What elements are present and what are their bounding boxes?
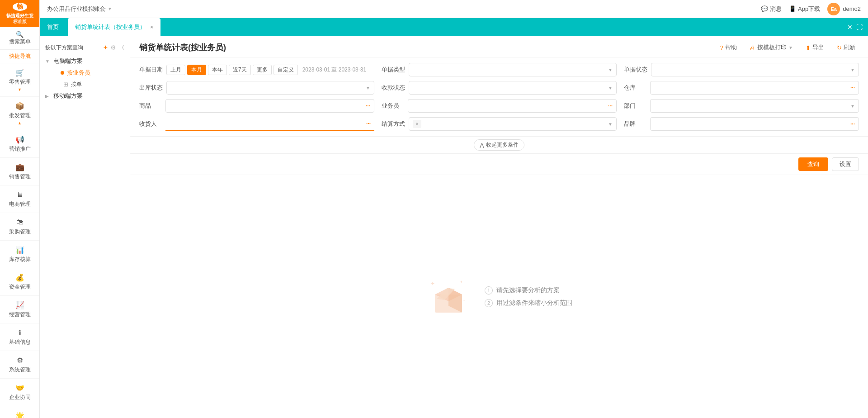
settings-scheme-btn[interactable]: ⚙	[110, 44, 116, 51]
page-header-actions: ? 帮助 🖨 按模板打印 ▼ ⬆ 导出 ↻ 刷新	[717, 42, 859, 53]
empty-state: ✦ ✦ ✦ 1 请先选择要分析的方案 2 用过滤条件来缩小分析范围	[130, 175, 868, 418]
tab-sales-stats[interactable]: 销货单统计表（按业务员） ×	[68, 18, 160, 36]
wholesale-icon: 📦	[15, 101, 24, 110]
sidebar-item-search[interactable]: 🔍 搜索菜单	[0, 27, 39, 50]
sidebar-item-finance[interactable]: 💰 资金管理	[0, 268, 39, 296]
date-label: 单据日期	[139, 66, 163, 74]
out-status-arrow-icon: ▼	[366, 86, 370, 90]
tab-expand-icon[interactable]: ⛶	[856, 24, 863, 31]
user-name: demo2	[843, 5, 861, 12]
active-dot-icon	[61, 71, 64, 75]
settings-btn[interactable]: 设置	[832, 157, 859, 171]
finance-icon: 💰	[15, 273, 24, 282]
tab-home[interactable]: 首页	[40, 18, 66, 36]
doc-type-select[interactable]: ▼	[409, 63, 617, 76]
tree-node-by-salesperson[interactable]: 按业务员	[40, 67, 130, 79]
sidebar-item-quick-nav[interactable]: 快捷导航	[0, 50, 39, 63]
product-label: 商品	[139, 102, 162, 110]
date-btn-more[interactable]: 更多	[253, 65, 272, 75]
date-btns: 上月 本月 本年 近7天 更多 自定义 2023-03-01 至 2023-03…	[166, 65, 366, 75]
collapse-more-btn[interactable]: ⋀ 收起更多条件	[474, 139, 524, 151]
salesperson-select[interactable]: ···	[408, 99, 617, 113]
tree-node-mobile[interactable]: ▶ 移动端方案	[40, 90, 130, 102]
consignee-dots: ···	[366, 120, 371, 127]
tree-node-pc[interactable]: ▼ 电脑端方案	[40, 55, 130, 67]
sidebar: 畅 畅捷通好生意 标准版 🔍 搜索菜单 快捷导航 🛒 零售管理 ▼ 📦 批发管理…	[0, 0, 40, 418]
tab-close-all-icon[interactable]: ✕	[847, 24, 853, 31]
sub-item-icon: ⊞	[63, 81, 68, 88]
tree-toggle-mobile-icon: ▶	[45, 94, 51, 99]
brand-dots: ···	[850, 121, 855, 127]
app-download-btn[interactable]: 📱 App下载	[789, 5, 820, 13]
empty-hint-1: 1 请先选择要分析的方案	[485, 286, 572, 294]
department-select[interactable]: ▼	[650, 99, 859, 113]
consignee-input[interactable]: ···	[165, 117, 374, 131]
sidebar-item-inventory[interactable]: 📊 库存核算	[0, 241, 39, 268]
collapse-text: 收起更多条件	[486, 141, 519, 149]
doc-status-label: 单据状态	[624, 66, 647, 74]
app-edition: 标准版	[13, 19, 27, 25]
salesperson-dots: ···	[608, 103, 613, 109]
brand-label: 品牌	[624, 120, 646, 128]
settlement-tag-close-icon[interactable]: ×	[415, 121, 419, 127]
date-btn-this-year[interactable]: 本年	[208, 65, 227, 75]
page-content: 按以下方案查询 + ⚙ 《 ▼ 电脑端方案 按业务员 ⊞ 按单	[40, 36, 868, 418]
query-btn[interactable]: 查询	[798, 157, 828, 171]
date-btn-this-month[interactable]: 本月	[187, 65, 206, 75]
settlement-select[interactable]: × ▼	[409, 117, 617, 131]
warehouse-label: 仓库	[624, 84, 646, 92]
date-btn-custom[interactable]: 自定义	[274, 65, 298, 75]
export-btn[interactable]: ⬆ 导出	[802, 42, 828, 53]
sidebar-item-marketing[interactable]: 📢 营销推广	[0, 130, 39, 158]
filter-bar: 单据日期 上月 本月 本年 近7天 更多 自定义 2023-03-01 至 20…	[130, 57, 868, 137]
message-btn[interactable]: 💬 消息	[761, 5, 782, 13]
date-btn-7days[interactable]: 近7天	[229, 65, 251, 75]
tab-close-icon[interactable]: ×	[150, 24, 153, 30]
doc-status-select[interactable]: ▼	[651, 63, 859, 76]
sidebar-item-sales[interactable]: 💼 销售管理	[0, 158, 39, 185]
step-1-icon: 1	[485, 286, 493, 294]
collapse-panel-btn[interactable]: 《	[119, 44, 124, 52]
download-icon: 📱	[789, 5, 796, 12]
ecommerce-icon: 🖥	[15, 190, 24, 199]
sidebar-item-system[interactable]: ⚙ 系统管理	[0, 351, 39, 379]
out-status-label: 出库状态	[139, 84, 163, 92]
inventory-icon: 📊	[15, 245, 24, 254]
product-select[interactable]: ···	[165, 99, 374, 113]
tab-bar: 首页 销货单统计表（按业务员） × ✕ ⛶	[40, 18, 868, 36]
sidebar-item-operations[interactable]: 📈 经营管理	[0, 296, 39, 323]
app-name: 畅捷通好生意	[6, 13, 33, 19]
retail-icon: 🛒	[15, 68, 24, 77]
out-status-select[interactable]: ▼	[166, 81, 374, 95]
sidebar-item-basic[interactable]: ℹ 基础信息	[0, 323, 39, 351]
tree-node-label: 电脑端方案	[53, 57, 83, 65]
collection-status-select[interactable]: ▼	[409, 81, 617, 95]
sidebar-item-retail[interactable]: 🛒 零售管理 ▼	[0, 63, 39, 97]
sub-item-by-order[interactable]: ⊞ 按单	[40, 79, 130, 90]
empty-illustration: ✦ ✦ ✦	[426, 274, 471, 319]
panel-title: 按以下方案查询	[45, 44, 83, 52]
app-download-label: App下载	[798, 5, 820, 13]
tab-bar-actions: ✕ ⛶	[847, 24, 868, 31]
user-menu[interactable]: Ea demo2	[827, 3, 861, 15]
right-panel: 销货单统计表(按业务员) ? 帮助 🖨 按模板打印 ▼ ⬆ 导出	[130, 36, 868, 418]
refresh-btn[interactable]: ↻ 刷新	[833, 42, 859, 53]
by-order-label: 按单	[71, 81, 82, 88]
doc-status-arrow-icon: ▼	[850, 67, 855, 72]
brand-select[interactable]: ···	[650, 117, 859, 131]
svg-text:✦: ✦	[460, 280, 463, 284]
date-btn-last-month[interactable]: 上月	[166, 65, 185, 75]
template-print-btn[interactable]: 🖨 按模板打印 ▼	[746, 42, 797, 53]
industry-selector[interactable]: 办公用品行业模拟账套 ▼	[47, 5, 112, 13]
empty-hint-2: 2 用过滤条件来缩小分析范围	[485, 299, 572, 307]
sidebar-item-guide[interactable]: 🌟 新手引导	[0, 406, 39, 418]
collapse-bar[interactable]: ⋀ 收起更多条件	[130, 137, 868, 154]
add-scheme-btn[interactable]: +	[104, 43, 108, 52]
sidebar-item-enterprise[interactable]: 🤝 企业协同	[0, 379, 39, 406]
sidebar-item-purchase[interactable]: 🛍 采购管理	[0, 213, 39, 241]
sidebar-item-ecommerce[interactable]: 🖥 电商管理	[0, 185, 39, 213]
help-btn[interactable]: ? 帮助	[717, 42, 741, 53]
sidebar-item-wholesale[interactable]: 📦 批发管理 ▲	[0, 97, 39, 130]
help-icon: ?	[720, 44, 723, 51]
warehouse-select[interactable]: ···	[650, 81, 859, 95]
